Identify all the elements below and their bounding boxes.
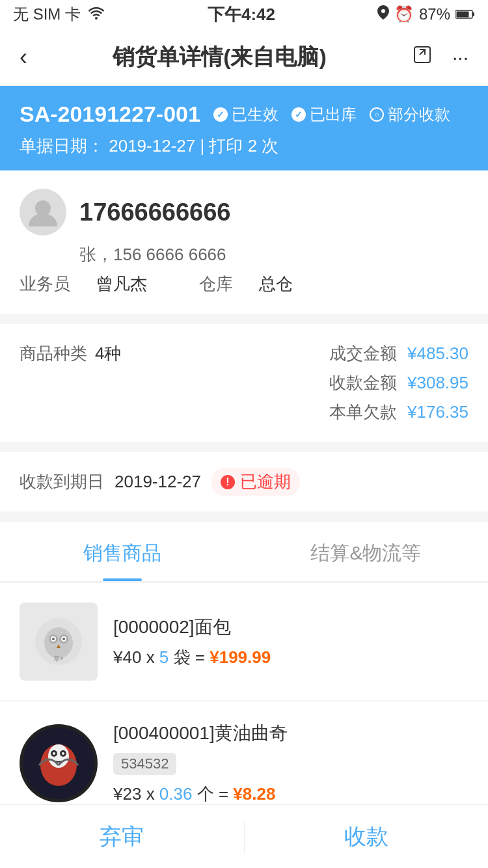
battery-icon: [455, 5, 475, 23]
back-button[interactable]: ‹: [20, 44, 27, 71]
customer-section: 17666666666 张，156 6666 6666 业务员 曾凡杰 仓库 总…: [0, 170, 488, 314]
share-button[interactable]: [412, 44, 433, 70]
banner-date-row: 单据日期： 2019-12-27 | 打印 2 次: [20, 135, 468, 157]
svg-point-21: [53, 752, 55, 755]
product-name-2: [000400001]黄油曲奇: [113, 721, 468, 746]
status-time: 下午4:42: [208, 3, 275, 26]
product-qty-2: 0.36: [159, 784, 193, 804]
collect-payment-button[interactable]: 收款: [245, 822, 489, 852]
product-type-item: 商品种类 4种: [20, 342, 121, 365]
tabs-row: 销售商品 结算&物流等: [0, 522, 488, 582]
staff-name: 曾凡杰: [96, 273, 147, 295]
nav-actions: ···: [412, 44, 468, 70]
warehouse-label: 仓库: [199, 273, 233, 295]
sim-text: 无 SIM 卡: [13, 4, 81, 25]
product-item-1: 草+ [0000002]面包 ¥40 x 5 袋 = ¥199.99: [0, 583, 488, 700]
status-right: ⏰ 87%: [377, 5, 475, 23]
nav-bar: ‹ 销货单详情(来自电脑) ···: [0, 29, 488, 86]
due-amount-value: ¥176.35: [407, 402, 468, 422]
overdue-dot-icon: !: [221, 475, 235, 489]
due-amount-row: 本单欠款 ¥176.35: [329, 401, 468, 424]
svg-point-12: [52, 638, 55, 640]
svg-point-13: [62, 638, 65, 640]
clock-icon: ○: [370, 107, 384, 122]
summary-right: 成交金额 ¥485.30 收款金额 ¥308.95 本单欠款 ¥176.35: [329, 342, 468, 424]
tab-sales[interactable]: 销售商品: [0, 522, 244, 581]
page-title: 销货单详情(来自电脑): [113, 42, 327, 72]
received-amount-value: ¥308.95: [407, 373, 468, 393]
tab-settlement[interactable]: 结算&物流等: [244, 522, 488, 581]
customer-name-row: 17666666666: [20, 189, 468, 236]
svg-line-4: [420, 49, 425, 55]
alarm-icon: ⏰: [394, 5, 414, 23]
status-shipped: ✓ 已出库: [291, 104, 357, 125]
wifi-icon: [87, 5, 105, 23]
check-icon-1: ✓: [213, 107, 228, 122]
product-info-2: [000400001]黄油曲奇 534532 ¥23 x 0.36 个 = ¥8…: [113, 721, 468, 806]
svg-rect-1: [472, 12, 474, 16]
customer-phone: 17666666666: [79, 198, 230, 226]
product-qty-1: 5: [159, 647, 169, 667]
location-icon: [377, 5, 389, 23]
battery-text: 87%: [419, 5, 450, 23]
product-type-label: 商品种类: [20, 342, 87, 365]
svg-rect-2: [456, 12, 468, 18]
product-total-2: ¥8.28: [233, 784, 275, 804]
product-name-1: [0000002]面包: [113, 615, 468, 640]
banner-status-row: SA-20191227-001 ✓ 已生效 ✓ 已出库 ○ 部分收款: [20, 102, 468, 127]
summary-section: 商品种类 4种 成交金额 ¥485.30 收款金额 ¥308.95 本单欠款 ¥…: [0, 324, 488, 442]
due-date-label: 收款到期日: [20, 470, 104, 493]
order-id: SA-20191227-001: [20, 102, 200, 127]
status-partial-payment: ○ 部分收款: [370, 104, 450, 125]
summary-grid: 商品种类 4种 成交金额 ¥485.30 收款金额 ¥308.95 本单欠款 ¥…: [20, 342, 468, 424]
status-left: 无 SIM 卡: [13, 4, 105, 25]
trade-amount-value: ¥485.30: [407, 344, 468, 364]
bottom-bar: 弃审 收款: [0, 804, 488, 868]
overdue-text: 已逾期: [240, 470, 291, 493]
svg-text:草+: 草+: [53, 655, 64, 662]
customer-contact: 张，156 6666 6666: [79, 243, 468, 266]
staff-warehouse-row: 业务员 曾凡杰 仓库 总仓: [20, 273, 468, 295]
product-tag-2: 534532: [113, 753, 176, 775]
due-date-value: 2019-12-27: [115, 472, 201, 492]
due-date-section: 收款到期日 2019-12-27 ! 已逾期: [0, 452, 488, 511]
product-price-1: ¥40 x 5 袋 = ¥199.99: [113, 646, 468, 669]
received-amount-label: 收款金额: [329, 372, 397, 394]
svg-point-7: [44, 627, 73, 658]
staff-label: 业务员: [20, 273, 70, 295]
summary-left: 商品种类 4种: [20, 342, 121, 365]
trade-amount-label: 成交金额: [329, 342, 397, 365]
due-amount-label: 本单欠款: [329, 401, 397, 424]
product-thumb-1: 草+: [20, 603, 98, 681]
warehouse-name: 总仓: [259, 273, 293, 295]
product-type-value: 4种: [95, 342, 121, 365]
product-price-2: ¥23 x 0.36 个 = ¥8.28: [113, 783, 468, 806]
product-info-1: [0000002]面包 ¥40 x 5 袋 = ¥199.99: [113, 615, 468, 669]
received-amount-row: 收款金额 ¥308.95: [329, 372, 468, 394]
cancel-audit-button[interactable]: 弃审: [0, 822, 244, 852]
overdue-badge: ! 已逾期: [211, 468, 300, 496]
check-icon-2: ✓: [291, 107, 306, 122]
svg-point-22: [62, 752, 64, 755]
more-button[interactable]: ···: [452, 46, 468, 68]
product-thumb-2: [20, 724, 98, 802]
trade-amount-row: 成交金额 ¥485.30: [329, 342, 468, 365]
status-bar: 无 SIM 卡 下午4:42 ⏰ 87%: [0, 0, 488, 29]
status-effected: ✓ 已生效: [213, 104, 278, 125]
product-total-1: ¥199.99: [210, 647, 271, 667]
order-header-banner: SA-20191227-001 ✓ 已生效 ✓ 已出库 ○ 部分收款 单据日期：…: [0, 86, 488, 170]
tabs-section: 销售商品 结算&物流等: [0, 522, 488, 582]
customer-avatar: [20, 189, 66, 236]
